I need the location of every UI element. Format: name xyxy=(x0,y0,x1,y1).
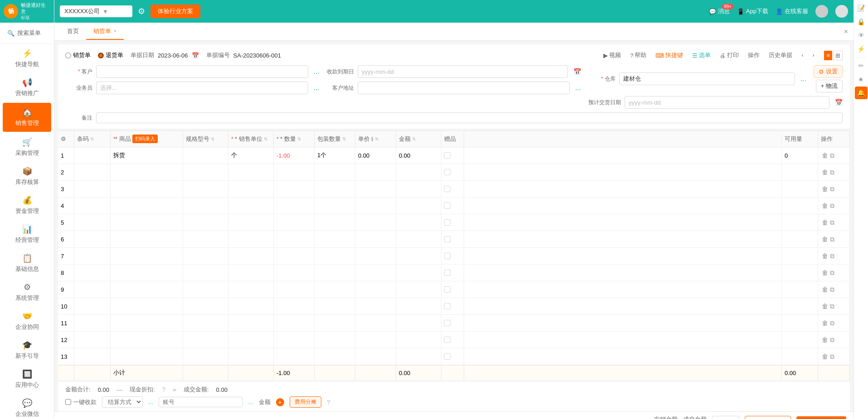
video-btn[interactable]: ▶ 视频 xyxy=(601,50,624,61)
row12-gift-checkbox[interactable] xyxy=(444,337,451,343)
sidebar-item-basic-info[interactable]: 📋 基础信息 xyxy=(0,249,54,278)
notes-input[interactable] xyxy=(96,112,843,123)
row7-gift-checkbox[interactable] xyxy=(444,253,451,259)
app-download-btn[interactable]: 📱 App下载 xyxy=(737,7,768,15)
payment-method-dots[interactable]: ... xyxy=(148,399,153,405)
row12-copy[interactable]: ⧉ xyxy=(830,336,834,344)
right-sidebar-edit[interactable]: ✏ xyxy=(855,59,868,72)
row2-barcode[interactable] xyxy=(74,164,111,180)
unit-sort-icon[interactable]: ⇅ xyxy=(264,136,267,141)
row1-gift[interactable] xyxy=(441,147,464,164)
sidebar-item-wechat[interactable]: 💬 企业微信 xyxy=(0,394,54,419)
sidebar-item-quick-nav[interactable]: ⚡ 快捷导航 xyxy=(0,44,54,73)
avatar[interactable] xyxy=(815,5,828,18)
row2-copy-icon[interactable]: ⧉ xyxy=(830,169,834,176)
add-payment-btn[interactable]: + xyxy=(276,398,284,406)
barcode-sort-icon[interactable]: ⇅ xyxy=(90,136,94,141)
tabbar-close-btn[interactable]: × xyxy=(844,28,848,36)
row8-delete[interactable]: 🗑 xyxy=(822,269,828,276)
row5-copy[interactable]: ⧉ xyxy=(830,219,834,226)
company-selector[interactable]: XXXXXX公司 ▼ xyxy=(60,5,132,17)
expected-date-input[interactable]: yyyy-mm-dd xyxy=(625,96,829,109)
qty-sort-icon[interactable]: ⇅ xyxy=(297,136,301,141)
operate-btn[interactable]: 操作 xyxy=(745,50,762,61)
price-info-icon[interactable]: ℹ xyxy=(371,136,373,142)
table-settings-icon[interactable]: ⚙ xyxy=(61,135,66,142)
print-btn[interactable]: 🖨 打印 xyxy=(717,50,742,61)
row10-gift-checkbox[interactable] xyxy=(444,303,451,309)
row9-gift-checkbox[interactable] xyxy=(444,286,451,293)
row6-gift-checkbox[interactable] xyxy=(444,236,451,242)
sidebar-item-inventory[interactable]: 📦 库存核算 xyxy=(0,162,54,191)
row2-pkgqty[interactable] xyxy=(315,164,355,180)
search-menu-item[interactable]: 🔍 搜索菜单 xyxy=(4,26,50,40)
settings-button[interactable]: ⚙ 设置 xyxy=(814,65,843,78)
settings-gear-icon[interactable]: ⚙ xyxy=(138,6,145,16)
row2-price[interactable] xyxy=(355,164,396,180)
row11-delete[interactable]: 🗑 xyxy=(822,319,828,327)
row2-qty[interactable] xyxy=(274,164,315,180)
expense-help-icon[interactable]: ? xyxy=(327,399,330,406)
row1-barcode[interactable] xyxy=(74,147,111,164)
tab-sales-order[interactable]: 销货单 × xyxy=(86,24,124,40)
row2-unit[interactable] xyxy=(228,164,274,180)
select-order-btn[interactable]: ☰ 选单 xyxy=(689,50,713,61)
row7-delete[interactable]: 🗑 xyxy=(822,252,828,260)
row3-delete[interactable]: 🗑 xyxy=(822,185,828,193)
row1-desc[interactable] xyxy=(464,147,782,164)
row1-gift-checkbox[interactable] xyxy=(444,152,451,159)
row1-pkgqty[interactable]: 1个 xyxy=(315,147,355,164)
sidebar-item-finance[interactable]: 💰 资金管理 xyxy=(0,191,54,220)
row1-unit[interactable]: 个 xyxy=(228,147,274,164)
row1-copy-icon[interactable]: ⧉ xyxy=(830,152,834,159)
row6-delete[interactable]: 🗑 xyxy=(822,236,828,243)
row1-product[interactable]: 拆货 xyxy=(111,147,183,164)
row6-copy[interactable]: ⧉ xyxy=(830,236,834,243)
row8-copy[interactable]: ⧉ xyxy=(830,269,834,277)
customer-input[interactable] xyxy=(96,65,308,78)
logistics-button[interactable]: + 物流 xyxy=(816,80,843,92)
right-sidebar-alert[interactable]: 🔔 xyxy=(855,87,868,99)
row12-delete[interactable]: 🗑 xyxy=(822,336,828,343)
sidebar-item-guide[interactable]: 🎓 新手引导 xyxy=(0,336,54,365)
row13-delete[interactable]: 🗑 xyxy=(822,353,828,360)
row1-qty[interactable]: -1.00 xyxy=(274,147,315,164)
tab-home[interactable]: 首页 xyxy=(60,24,86,40)
row7-copy[interactable]: ⧉ xyxy=(830,252,834,260)
row2-product[interactable] xyxy=(111,164,183,180)
online-service-btn[interactable]: 👤 在线客服 xyxy=(776,7,808,15)
experience-btn[interactable]: 体验行业方案 xyxy=(150,5,200,18)
tab-close-icon[interactable]: × xyxy=(114,29,116,34)
customer-dots-btn[interactable]: ... xyxy=(314,67,320,76)
sidebar-item-collab[interactable]: 🤝 企业协同 xyxy=(0,307,54,336)
radio-return-order[interactable]: 退货单 xyxy=(98,51,123,59)
row10-delete[interactable]: 🗑 xyxy=(822,303,828,310)
row1-price[interactable]: 0.00 xyxy=(355,147,396,164)
row2-spec[interactable] xyxy=(183,164,228,180)
message-btn[interactable]: 💬 消息 99+ xyxy=(709,7,730,15)
row3-copy[interactable]: ⧉ xyxy=(830,185,834,193)
row2-delete-icon[interactable]: 🗑 xyxy=(822,169,828,176)
row9-copy[interactable]: ⧉ xyxy=(830,286,834,294)
row2-gift-checkbox[interactable] xyxy=(444,169,451,175)
row2-gift[interactable] xyxy=(441,164,464,180)
discount-help-icon[interactable]: ? xyxy=(162,386,166,393)
salesperson-input[interactable]: 选择... xyxy=(96,82,308,94)
right-sidebar-lock[interactable]: 🔒 xyxy=(855,15,868,28)
row8-gift-checkbox[interactable] xyxy=(444,270,451,276)
expense-split-btn[interactable]: 费用分摊 xyxy=(290,396,321,408)
sidebar-item-apps[interactable]: 🔲 应用中心 xyxy=(0,365,54,394)
row11-gift-checkbox[interactable] xyxy=(444,320,451,326)
sidebar-item-purchase[interactable]: 🛒 采购管理 xyxy=(0,133,54,162)
next-btn[interactable]: › xyxy=(810,51,817,60)
payment-method-select[interactable]: 结算方式 xyxy=(102,396,143,408)
right-sidebar-flash[interactable]: ⚡ xyxy=(855,43,868,55)
save-draft-button[interactable]: 保存草稿 ▲ xyxy=(745,416,791,419)
expected-date-calendar-icon[interactable]: 📅 xyxy=(835,99,843,106)
row13-copy[interactable]: ⧉ xyxy=(830,353,834,361)
pkgqty-sort-icon[interactable]: ⇅ xyxy=(342,136,346,141)
radio-sales-order[interactable]: 销货单 xyxy=(65,51,91,59)
one-click-payment-checkbox[interactable]: 一键收款 xyxy=(65,398,97,406)
row3-gift-checkbox[interactable] xyxy=(444,186,451,192)
help-btn[interactable]: ? 帮助 xyxy=(627,50,649,61)
